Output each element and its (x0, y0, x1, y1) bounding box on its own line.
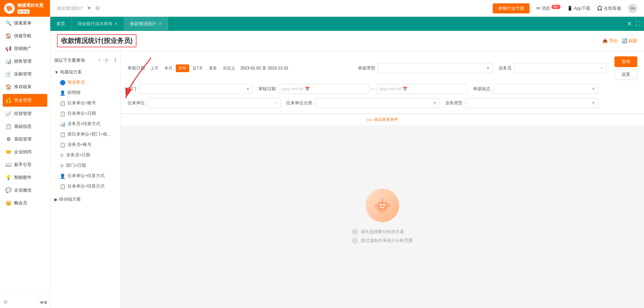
export-button[interactable]: 📤 导出 (602, 38, 618, 44)
scheme-item-detail[interactable]: 👤 按明细 (50, 88, 120, 98)
sidebar-item-sales[interactable]: 📊 销售管理 (0, 55, 50, 68)
scheme-collapse-icon[interactable]: 《 (112, 57, 116, 64)
doc-type-select[interactable]: ▼ (378, 63, 493, 73)
breadcrumb: 收款情况统计 (57, 5, 83, 11)
doc-status-select[interactable]: ▼ (493, 84, 598, 94)
scheme-item-salesman-payment[interactable]: 📊 业务员+结算方式 (50, 119, 120, 129)
refresh-button[interactable]: 🔄 刷新 (622, 38, 637, 44)
sidebar-settings-btn[interactable]: ⚙ (3, 299, 8, 305)
hint-text-1: 请先选择要分析的方案 (361, 227, 404, 236)
sidebar-member-label: 畅会员 (14, 200, 27, 206)
hint-item-1: 1 请先选择要分析的方案 (352, 227, 413, 236)
marketing-icon: 📢 (5, 46, 11, 52)
tabs-maximize-icon[interactable]: ⛶ (635, 21, 641, 27)
sidebar-item-member[interactable]: 👑 畅会员 (0, 197, 50, 209)
online-service-action[interactable]: 🎧 在线客服 (597, 5, 621, 11)
message-badge: 99+ (551, 5, 560, 9)
date-tab-last-month[interactable]: 上月 (148, 64, 161, 72)
app-download-label: App下载 (574, 5, 590, 11)
sidebar-item-system[interactable]: ⚙ 系统管理 (0, 133, 50, 146)
tabs-close-all-icon[interactable]: ✕ (627, 20, 632, 28)
trial-button[interactable]: 体验行业方案 (493, 3, 530, 13)
scheme-sd-icon: ⚙ (60, 153, 64, 158)
tab-collection[interactable]: 收款情况统计 ✕ (124, 17, 168, 31)
sidebar-footer: ⚙ ◀◀ (0, 296, 50, 308)
phone-icon: 📱 (567, 6, 573, 11)
review-date-from[interactable]: yyyy-mm-dd 📅 (278, 84, 370, 94)
query-panel: 单据日期 上月 本月 本年 近7天 更多 自定义 2023-01-01 (121, 51, 644, 308)
sidebar-item-basic[interactable]: 📋 基础信息 (0, 120, 50, 133)
app-download-action[interactable]: 📱 App下载 (567, 5, 590, 11)
export-label: 导出 (609, 38, 618, 44)
scheme-item-partner-payment2[interactable]: 📋 往来单位+结算方式 (50, 181, 120, 192)
message-action[interactable]: ✉ 消息 99+ (536, 5, 560, 11)
sidebar-item-stock[interactable]: 🏠 库存核算 (0, 81, 50, 93)
scheme-pdd-label: 按往来单位+部门+收... (67, 132, 111, 137)
salesman-dots-icon: ··· (600, 66, 603, 70)
review-date-to[interactable]: yyyy-mm-dd 📅 (376, 84, 468, 94)
scheme-item-salesman-account[interactable]: 📋 业务员+账号 (50, 140, 120, 150)
user-avatar[interactable]: Rit (628, 4, 637, 13)
sidebar-collapse-btn[interactable]: ◀◀ (39, 299, 47, 305)
scheme-item-dept-date[interactable]: ⚙ 部门+日期 (50, 160, 120, 171)
partner-category-select[interactable]: ▼ (315, 98, 439, 108)
sidebar-item-purchase[interactable]: 🛒 采购管理 (0, 68, 50, 81)
scheme-item-partner-dept[interactable]: 📋 按往来单位+部门+收... (50, 129, 120, 140)
sidebar-corp-label: 企业协同 (14, 149, 32, 155)
sidebar-item-search[interactable]: 🔍 搜索菜单 (0, 17, 50, 30)
tab-bank-close[interactable]: ✕ (114, 21, 118, 26)
tab-bank[interactable]: 现金银行流水查询 ✕ (71, 17, 124, 31)
settings-button[interactable]: 设置 (614, 69, 637, 80)
scheme-item-by-salesman[interactable]: 🔵 按业务员 (50, 77, 120, 88)
finance-icon: 💰 (5, 97, 11, 103)
sidebar-stock-label: 库存核算 (14, 84, 32, 90)
salesman-select[interactable]: ··· (514, 63, 606, 73)
breadcrumb-dropdown-icon[interactable]: ▼ (87, 5, 92, 11)
sidebar-item-operation[interactable]: 📈 经营管理 (0, 107, 50, 120)
sidebar-item-finance[interactable]: 💰 资金管理 (3, 94, 47, 107)
scheme-salesman-label: 按业务员 (67, 80, 85, 85)
tab-bank-label: 现金银行流水查询 (77, 21, 112, 27)
date-tab-this-month[interactable]: 本月 (162, 64, 175, 72)
scheme-dd-icon: ⚙ (60, 163, 64, 168)
partner-select[interactable]: ··· (148, 98, 281, 108)
collapse-bar[interactable]: ∧∧ 收起更多条件 (121, 114, 644, 125)
sidebar-item-corp[interactable]: 🤝 企业协同 (0, 146, 50, 158)
scheme-header-icons: + ⚙ 《 (98, 57, 116, 64)
sidebar-item-hardware[interactable]: 💡 智能硬件 (0, 171, 50, 184)
scheme-header: 按以下方案查询 + ⚙ 《 (50, 55, 120, 67)
query-form: 单据日期 上月 本月 本年 近7天 更多 自定义 2023-01-01 (121, 51, 644, 114)
scheme-sd-label: 业务员+日期 (66, 152, 90, 158)
sidebar-wechat-label: 企业微信 (14, 187, 32, 193)
dept-select[interactable]: ▼ (139, 84, 253, 94)
date-tab-more[interactable]: 更多 (206, 64, 220, 72)
date-from: 2023-01-01 (240, 66, 261, 70)
review-from-placeholder: yyyy-mm-dd (281, 87, 303, 91)
sidebar-item-quick[interactable]: 🏠 快捷导航 (0, 30, 50, 42)
date-tab-7days[interactable]: 近7天 (190, 64, 206, 72)
date-tab-this-year[interactable]: 本年 (176, 64, 189, 72)
scheme-category-desktop[interactable]: ▼ 电脑端方案 (50, 67, 120, 77)
refresh-label: 刷新 (629, 38, 637, 44)
sidebar-item-marketing[interactable]: 📢 营销推广 (0, 42, 50, 55)
scheme-settings-icon[interactable]: ⚙ (103, 57, 110, 64)
scheme-category-mobile[interactable]: ▶ 移动端方案 (50, 194, 120, 204)
scheme-add-icon[interactable]: + (98, 57, 101, 64)
scheme-item-salesman-date[interactable]: ⚙ 业务员+日期 (50, 150, 120, 160)
partner-label: 往来单位 (127, 100, 145, 106)
sidebar-logo: 畅 畅捷通好生意 标准版 (0, 0, 50, 17)
date-tab-custom[interactable]: 自定义 (220, 64, 238, 72)
tab-collection-close[interactable]: ✕ (158, 21, 162, 26)
query-button[interactable]: 查询 (614, 56, 637, 67)
svg-rect-2 (383, 204, 385, 206)
search-icon: 🔍 (5, 20, 11, 26)
sidebar-item-wechat[interactable]: 💬 企业微信 (0, 184, 50, 197)
settings-icon[interactable]: ⚙ (95, 5, 100, 11)
biz-type-select[interactable]: ▼ (465, 98, 598, 108)
scheme-item-partner-date[interactable]: 📋 往来单位+日期 (50, 108, 120, 119)
tab-home[interactable]: 首页 (50, 17, 71, 31)
svg-rect-3 (380, 207, 384, 208)
scheme-item-partner-payment1[interactable]: 👤 往来单位+结算方式 (50, 171, 120, 181)
sidebar-item-guide[interactable]: 📖 新手引导 (0, 158, 50, 171)
scheme-item-partner-account[interactable]: 📋 往来单位+账号 (50, 98, 120, 108)
